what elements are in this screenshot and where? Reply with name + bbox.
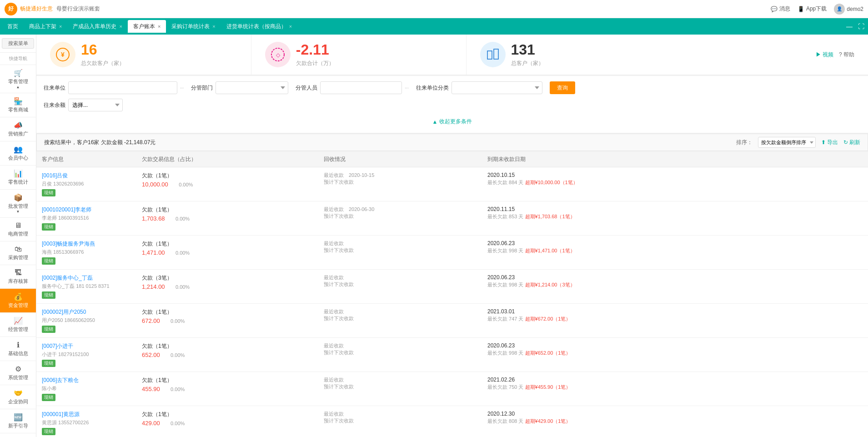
app-download-btn[interactable]: 📱 App下载 [798,5,827,13]
tab-products-close[interactable]: × [59,24,62,29]
filter-source-unit-input[interactable] [68,81,177,94]
message-btn[interactable]: 💬 消息 [771,5,790,13]
filter-person-input[interactable] [320,81,402,94]
sidebar-item-retail-mgmt[interactable]: 🛒 零售管理 ▲ [0,65,36,93]
overdue-amount-link-4[interactable]: 超期¥672.00（1笔） [525,316,571,321]
sidebar-item-system[interactable]: ⚙ 系统管理 [0,361,36,385]
user-menu[interactable]: 👤 demo2 [834,4,863,15]
tab-incoming-stats[interactable]: 进货单统计表（按商品） × [221,20,297,33]
debt-amount-4[interactable]: 672.00 [142,317,160,324]
retail-stats-icon: 📊 [14,169,23,178]
tab-home[interactable]: 首页 [2,20,24,33]
overdue-amount-link-2[interactable]: 超期¥1,471.00（1笔） [525,248,575,253]
refresh-btn[interactable]: ↻ 刷新 [843,139,860,146]
overdue-amount-link-3[interactable]: 超期¥1,214.00（3笔） [525,282,575,287]
overdue-amount-link-7[interactable]: 超期¥429.00（1笔） [525,418,571,424]
sidebar-item-retail-mall[interactable]: 🏪 零售商城 [0,93,36,117]
customer-name-6[interactable]: [0006]去下粮仓 [42,377,131,384]
debt-amount-2[interactable]: 1,471.00 [142,249,165,256]
stat-card-3: 131 总客户（家） ▶ 视频 ? 帮助 [467,35,868,75]
overdue-amount-link-5[interactable]: 超期¥652.00（1笔） [525,350,571,356]
filter-person-dots[interactable]: ··· [405,85,408,90]
tab-purchase-order-close[interactable]: × [212,24,215,29]
customer-sub-1: 李老师 18600391516 [42,215,131,221]
help-link[interactable]: ? 帮助 [839,51,854,59]
tab-minimize-btn[interactable]: — [844,22,854,31]
export-btn[interactable]: ⬆ 导出 [821,139,838,146]
customer-name-4[interactable]: [000002]用户2050 [42,308,131,316]
debt-count-5: 欠款（1笔） [142,342,313,350]
tab-customer-account-close[interactable]: × [158,24,161,29]
retail-mall-icon: 🏪 [14,97,23,105]
tab-maximize-btn[interactable]: ⛶ [856,22,866,31]
video-link[interactable]: ▶ 视频 [816,51,833,59]
customer-tag-2: 现销 [42,257,55,265]
debt-amount-3[interactable]: 1,214.00 [142,283,165,290]
sidebar-item-operations[interactable]: 📈 经营管理 [0,313,36,337]
overdue-amount-link-0[interactable]: 超期¥10,000.00（1笔） [525,180,578,185]
debt-pct-0: 0.00% [179,182,193,187]
filter-dept-select[interactable] [216,81,288,94]
sidebar-item-app-center[interactable]: 📲 应用中心 [0,433,36,437]
sidebar-item-purchase-label: 采购管理 [8,254,28,261]
debt-amount-5[interactable]: 652.00 [142,352,160,358]
query-button[interactable]: 查询 [550,81,575,94]
tab-purchase-order[interactable]: 采购订单统计表 × [166,20,221,33]
content-area: ¥ 16 总欠款客户（家） ◇ -2.11 欠款合计（万） [36,35,868,437]
customer-name-5[interactable]: [0007]小进干 [42,342,131,350]
tab-history[interactable]: 产成品入库单历史 × [67,20,127,33]
overdue-days-6: 最长欠款 750 天 超期¥455.90（1笔） [487,384,863,391]
sidebar-item-basic-info[interactable]: ℹ 基础信息 [0,337,36,361]
sidebar-item-member[interactable]: 👥 会员中心 [0,141,36,166]
filter-source-unit: 往来单位 ··· [44,81,184,94]
sidebar-item-marketing[interactable]: 📣 营销推广 [0,117,36,141]
tab-history-close[interactable]: × [119,24,122,29]
username: demo2 [847,6,863,12]
tab-customer-account[interactable]: 客户账本 × [128,20,166,33]
debt-amount-0[interactable]: 10,000.00 [142,181,168,188]
tab-customer-account-label: 客户账本 [133,23,155,30]
customer-name-3[interactable]: [0002]服务中心_丁磊 [42,274,131,282]
customer-name-7[interactable]: [000001]黄思源 [42,411,131,418]
debt-pct-6: 0.00% [171,387,185,392]
customer-name-0[interactable]: [0016]吕俊 [42,172,131,180]
filter-balance-select[interactable]: 选择... [68,99,123,111]
debt-amount-7[interactable]: 429.00 [142,420,160,427]
stat-icon-1: ¥ [50,42,75,67]
tab-history-label: 产成品入库单历史 [73,23,116,30]
finance-icon: 💰 [14,292,23,301]
sort-select[interactable]: 按欠款金额倒序排序 [758,137,816,148]
filter-source-category-select[interactable] [452,81,542,94]
debt-amount-1[interactable]: 1,703.68 [142,215,165,222]
sidebar-item-retail-mgmt-label: 零售管理 [8,78,28,85]
sidebar-item-finance[interactable]: 💰 资金管理 [0,289,36,313]
customer-sub-6: 陈小希 [42,385,131,392]
svg-rect-4 [487,51,492,59]
cell-debt-2: 欠款（1笔） 1,471.00 0.00% [136,236,318,270]
customer-name-1[interactable]: [0001020001]李老师 [42,206,131,214]
overdue-amount-link-6[interactable]: 超期¥455.90（1笔） [525,384,571,390]
sidebar-item-batch-mgmt[interactable]: 📦 批发管理 ▼ [0,190,36,218]
sidebar-search-btn[interactable]: 搜索菜单 [2,38,34,49]
main-layout: 搜索菜单 快捷导航 🛒 零售管理 ▲ 🏪 零售商城 📣 营销推广 👥 会员中心 [0,35,868,437]
app-download-label: App下载 [806,5,827,13]
sidebar-item-enterprise[interactable]: 🤝 企业协同 [0,385,36,409]
sidebar-item-retail-mall-label: 零售商城 [8,106,28,113]
sidebar-item-purchase[interactable]: 🛍 采购管理 [0,241,36,265]
logo-icon: 好 [5,3,17,15]
tab-products[interactable]: 商品上下架 × [24,20,67,33]
collapse-btn[interactable]: ▲ 收起更多条件 [431,116,474,127]
filter-source-unit-dots[interactable]: ··· [180,85,184,90]
customer-name-2[interactable]: [0003]畅捷服务尹海燕 [42,240,131,248]
table-row: [000002]用户2050 用户2050 18665062050 现销 欠款（… [36,304,868,338]
svg-text:◇: ◇ [276,52,280,58]
sidebar-item-inventory[interactable]: 🏗 库存核算 [0,265,36,289]
sidebar-item-retail-stats[interactable]: 📊 零售统计 [0,166,36,190]
sidebar-item-ecommerce[interactable]: 🖥 电商管理 [0,218,36,241]
tab-incoming-stats-close[interactable]: × [289,24,292,29]
debt-amount-6[interactable]: 455.90 [142,386,160,392]
sidebar-item-new-guide[interactable]: 🆕 新手引导 [0,409,36,433]
overdue-amount-link-1[interactable]: 超期¥1,703.68（1笔） [525,214,575,219]
stat-label-2: 欠款合计（万） [296,60,334,67]
stat-num-2: -2.11 [296,42,334,58]
